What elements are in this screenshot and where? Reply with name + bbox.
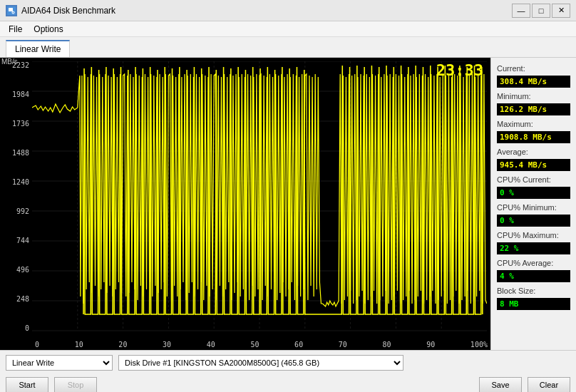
- app-icon: [6, 5, 17, 16]
- blocksize-label: Block Size:: [497, 287, 570, 295]
- controls-row1: Linear Write Linear Read Random Read Ran…: [0, 351, 576, 375]
- x-label-5: 50: [250, 341, 259, 349]
- tab-linear-write[interactable]: Linear Write: [6, 40, 70, 57]
- chart-area: MB/s 23:33 2232 1984 1736 1488 1240 992 …: [0, 58, 490, 350]
- y-axis: 2232 1984 1736 1488 1240 992 744 496 248…: [0, 61, 32, 332]
- minimize-button[interactable]: —: [512, 4, 530, 18]
- x-label-3: 30: [163, 341, 171, 349]
- y-label-1: 1984: [12, 91, 29, 98]
- x-axis: 0 10 20 30 40 50 60 70 80 90 100%: [32, 341, 490, 349]
- titlebar: AIDA64 Disk Benchmark — □ ✕: [0, 0, 576, 21]
- maximum-value: 1908.8 MB/s: [497, 131, 570, 143]
- x-label-9: 90: [426, 341, 435, 349]
- minimum-value: 126.2 MB/s: [497, 103, 570, 115]
- blocksize-value: 8 MB: [497, 298, 570, 310]
- y-label-7: 496: [16, 266, 29, 274]
- bottom-controls: Linear Write Linear Read Random Read Ran…: [0, 350, 576, 392]
- y-label-4: 1240: [12, 178, 29, 186]
- tabbar: Linear Write: [0, 37, 576, 58]
- cpu-maximum-label: CPU% Maximum:: [497, 231, 570, 239]
- options-menu[interactable]: Options: [28, 23, 68, 36]
- cpu-current-label: CPU% Current:: [497, 175, 570, 184]
- chart-canvas: [32, 61, 487, 332]
- y-label-9: 0: [25, 324, 29, 332]
- cpu-average-label: CPU% Average:: [497, 259, 570, 267]
- svg-point-3: [13, 11, 14, 13]
- stop-button[interactable]: Stop: [54, 377, 97, 392]
- y-label-0: 2232: [12, 61, 29, 69]
- x-label-2: 20: [118, 341, 127, 349]
- average-value: 945.4 MB/s: [497, 159, 570, 171]
- menubar: File Options: [0, 21, 576, 37]
- y-label-6: 744: [16, 237, 29, 244]
- maximize-button[interactable]: □: [532, 4, 550, 18]
- start-button[interactable]: Start: [6, 377, 48, 392]
- minimum-label: Minimum:: [497, 92, 570, 100]
- stats-panel: Current: 308.4 MB/s Minimum: 126.2 MB/s …: [490, 58, 576, 350]
- drive-select[interactable]: Disk Drive #1 [KINGSTON SA2000M8500G] (4…: [118, 355, 403, 371]
- controls-row2: Start Stop Save Clear: [0, 375, 576, 393]
- y-label-2: 1736: [12, 120, 29, 128]
- x-label-7: 70: [339, 341, 347, 349]
- close-button[interactable]: ✕: [552, 4, 570, 18]
- x-label-8: 80: [382, 341, 391, 349]
- x-label-4: 40: [207, 341, 215, 349]
- clear-button[interactable]: Clear: [528, 377, 570, 392]
- cpu-average-value: 4 %: [497, 270, 570, 282]
- cpu-minimum-label: CPU% Minimum:: [497, 203, 570, 212]
- y-label-8: 248: [16, 295, 29, 303]
- cpu-current-value: 0 %: [497, 187, 570, 199]
- x-label-0: 0: [35, 341, 39, 349]
- app-title: AIDA64 Disk Benchmark: [21, 6, 115, 16]
- main-area: MB/s 23:33 2232 1984 1736 1488 1240 992 …: [0, 58, 576, 350]
- window-controls: — □ ✕: [512, 4, 570, 18]
- titlebar-left: AIDA64 Disk Benchmark: [6, 5, 115, 16]
- chart-timestamp: 23:33: [436, 61, 483, 79]
- current-label: Current:: [497, 64, 570, 73]
- x-label-10: 100%: [470, 341, 488, 349]
- current-value: 308.4 MB/s: [497, 76, 570, 88]
- svg-rect-1: [9, 8, 13, 11]
- x-label-6: 60: [294, 341, 303, 349]
- average-label: Average:: [497, 148, 570, 156]
- cpu-maximum-value: 22 %: [497, 242, 570, 254]
- y-label-3: 1488: [12, 149, 29, 157]
- x-label-1: 10: [75, 341, 83, 349]
- y-label-5: 992: [16, 207, 29, 215]
- cpu-minimum-value: 0 %: [497, 215, 570, 227]
- test-select[interactable]: Linear Write Linear Read Random Read Ran…: [6, 355, 113, 371]
- save-button[interactable]: Save: [479, 377, 522, 392]
- maximum-label: Maximum:: [497, 120, 570, 128]
- file-menu[interactable]: File: [3, 23, 28, 36]
